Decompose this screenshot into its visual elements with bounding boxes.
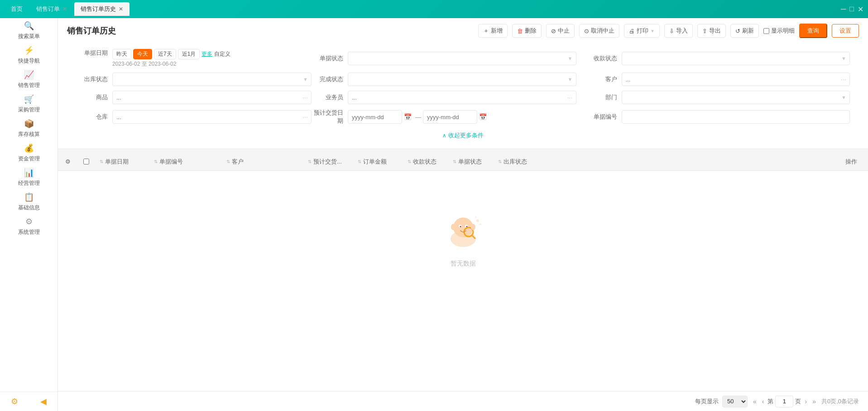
delivery-date-end-input[interactable] bbox=[423, 110, 477, 124]
close-sales-order-history-tab[interactable]: ✕ bbox=[119, 6, 123, 12]
finance-icon: 💰 bbox=[24, 143, 34, 153]
th-actions: 操作 bbox=[544, 158, 864, 166]
sidebar-item-finance[interactable]: 💰 资金管理 bbox=[0, 140, 58, 165]
sidebar-item-basic-info[interactable]: 📋 基础信息 bbox=[0, 189, 58, 214]
salesperson-label: 业务员 bbox=[312, 93, 348, 102]
tab-sales-order-history[interactable]: 销售订单历史 ✕ bbox=[74, 2, 129, 16]
new-icon: ＋ bbox=[483, 27, 489, 35]
sort-icon[interactable]: ⇅ bbox=[308, 159, 312, 164]
sidebar-item-sales-mgmt[interactable]: 📈 销售管理 bbox=[0, 67, 58, 92]
customer-input[interactable] bbox=[622, 73, 850, 86]
show-detail-checkbox[interactable] bbox=[763, 28, 769, 34]
doc-no-input[interactable] bbox=[622, 110, 850, 124]
dept-label: 部门 bbox=[585, 93, 622, 102]
maximize-btn[interactable]: □ bbox=[849, 5, 854, 13]
dept-select-wrap: ▼ bbox=[622, 91, 850, 104]
export-button[interactable]: ⇧ 导出 bbox=[697, 24, 726, 38]
th-check[interactable] bbox=[80, 159, 96, 164]
tab-home[interactable]: 首页 bbox=[5, 2, 29, 16]
product-label: 商品 bbox=[76, 93, 112, 102]
per-page-select[interactable]: 50 10 20 100 bbox=[722, 396, 748, 407]
page-number-input[interactable] bbox=[775, 396, 793, 407]
th-doc-status: ⇅ 单据状态 bbox=[449, 158, 494, 166]
close-sales-order-tab[interactable]: ✕ bbox=[62, 6, 67, 12]
date-btn-today[interactable]: 今天 bbox=[133, 49, 152, 59]
sidebar-item-ops-mgmt[interactable]: 📊 经营管理 bbox=[0, 165, 58, 189]
doc-status-input[interactable] bbox=[348, 52, 576, 65]
sidebar-item-sys-mgmt[interactable]: ⚙ 系统管理 bbox=[0, 214, 58, 238]
th-settings[interactable]: ⚙ bbox=[62, 158, 80, 165]
sidebar-item-purchase-mgmt[interactable]: 🛒 采购管理 bbox=[0, 92, 58, 116]
sort-icon[interactable]: ⇅ bbox=[226, 159, 230, 164]
window-controls: ─ □ ✕ bbox=[841, 5, 863, 14]
out-status-input[interactable] bbox=[112, 73, 312, 86]
last-page-btn[interactable]: » bbox=[810, 397, 818, 406]
salesperson-input[interactable] bbox=[348, 91, 576, 104]
filter-row-3: 商品 ··· 业务员 ··· 部门 bbox=[76, 91, 850, 104]
svg-point-10 bbox=[476, 219, 479, 222]
date-custom-link[interactable]: 自定义 bbox=[214, 50, 230, 58]
collapse-sidebar-icon[interactable]: ◀ bbox=[40, 396, 47, 406]
new-button[interactable]: ＋ + 新增 新增 bbox=[478, 24, 508, 38]
settings-button[interactable]: 设置 bbox=[832, 24, 859, 38]
show-detail-checkbox-label[interactable]: 显示明细 bbox=[763, 27, 795, 35]
close-btn[interactable]: ✕ bbox=[858, 5, 863, 14]
print-button[interactable]: 🖨 打印 ▼ bbox=[624, 24, 660, 38]
select-all-checkbox[interactable] bbox=[83, 159, 89, 164]
tab-sales-order[interactable]: 销售订单 ✕ bbox=[30, 2, 73, 16]
next-page-btn[interactable]: › bbox=[803, 397, 809, 406]
sidebar-item-label: 采购管理 bbox=[18, 106, 40, 114]
query-button[interactable]: 查询 bbox=[799, 24, 827, 38]
cancel-stop-icon: ⊙ bbox=[584, 28, 589, 34]
settings-gear-icon[interactable]: ⚙ bbox=[65, 158, 71, 165]
date-btn-yesterday[interactable]: 昨天 bbox=[112, 49, 131, 59]
sidebar-item-search-menu[interactable]: 🔍 搜索菜单 bbox=[0, 18, 58, 43]
warehouse-label: 仓库 bbox=[76, 113, 112, 121]
customer-ellipsis-btn[interactable]: ··· bbox=[839, 76, 848, 83]
stop-button[interactable]: ⊘ 中止 bbox=[546, 24, 575, 38]
cancel-stop-button[interactable]: ⊙ 取消中止 bbox=[579, 24, 619, 38]
delete-button[interactable]: 🗑 删除 bbox=[512, 24, 542, 38]
page-prefix-label: 第 bbox=[767, 397, 773, 406]
basic-info-icon: 📋 bbox=[24, 192, 34, 202]
import-button[interactable]: ⇩ 导入 bbox=[664, 24, 693, 38]
quick-nav-icon: ⚡ bbox=[24, 45, 34, 55]
sort-icon[interactable]: ⇅ bbox=[100, 159, 103, 164]
sidebar-item-label: 系统管理 bbox=[18, 228, 40, 236]
warehouse-input[interactable] bbox=[112, 110, 312, 124]
sort-icon[interactable]: ⇅ bbox=[408, 159, 411, 164]
prev-page-btn[interactable]: ‹ bbox=[760, 397, 766, 406]
sort-icon[interactable]: ⇅ bbox=[358, 159, 361, 164]
complete-status-input[interactable] bbox=[348, 73, 576, 86]
date-range-text: 2023-06-02 至 2023-06-02 bbox=[112, 60, 230, 68]
salesperson-ellipsis-btn[interactable]: ··· bbox=[566, 94, 575, 101]
delivery-date-end-calendar-icon[interactable]: 📅 bbox=[479, 113, 487, 121]
product-ellipsis-btn[interactable]: ··· bbox=[301, 94, 310, 101]
page-title: 销售订单历史 bbox=[67, 25, 116, 36]
sidebar-item-quick-nav[interactable]: ⚡ 快捷导航 bbox=[0, 43, 58, 67]
date-btn-7days[interactable]: 近7天 bbox=[154, 49, 176, 59]
refresh-button[interactable]: ↺ 刷新 bbox=[730, 24, 759, 38]
delivery-date-start-input[interactable] bbox=[348, 110, 402, 124]
first-page-btn[interactable]: « bbox=[751, 397, 758, 406]
date-btn-1month[interactable]: 近1月 bbox=[178, 49, 200, 59]
receipt-status-input[interactable] bbox=[622, 52, 850, 65]
delivery-date-start-calendar-icon[interactable]: 📅 bbox=[404, 113, 412, 121]
sort-icon[interactable]: ⇅ bbox=[453, 159, 456, 164]
dept-input[interactable] bbox=[622, 91, 850, 104]
minimize-btn[interactable]: ─ bbox=[841, 5, 846, 13]
date-more-link[interactable]: 更多 bbox=[201, 50, 212, 58]
refresh-icon: ↺ bbox=[735, 28, 740, 34]
product-select-wrap: ··· bbox=[112, 91, 312, 104]
empty-text: 暂无数据 bbox=[451, 260, 476, 268]
sidebar-item-inventory[interactable]: 📦 库存核算 bbox=[0, 116, 58, 140]
salesperson-select-wrap: ··· bbox=[348, 91, 576, 104]
svg-point-9 bbox=[471, 224, 475, 230]
settings-bottom-icon[interactable]: ⚙ bbox=[11, 396, 18, 406]
product-input[interactable] bbox=[112, 91, 312, 104]
sidebar: 🔍 搜索菜单 ⚡ 快捷导航 📈 销售管理 🛒 采购管理 📦 库存核算 💰 资金管… bbox=[0, 18, 58, 411]
sort-icon[interactable]: ⇅ bbox=[154, 159, 158, 164]
collapse-bar[interactable]: ∧ 收起更多条件 bbox=[76, 130, 850, 143]
warehouse-ellipsis-btn[interactable]: ··· bbox=[301, 113, 310, 121]
sort-icon[interactable]: ⇅ bbox=[498, 159, 502, 164]
